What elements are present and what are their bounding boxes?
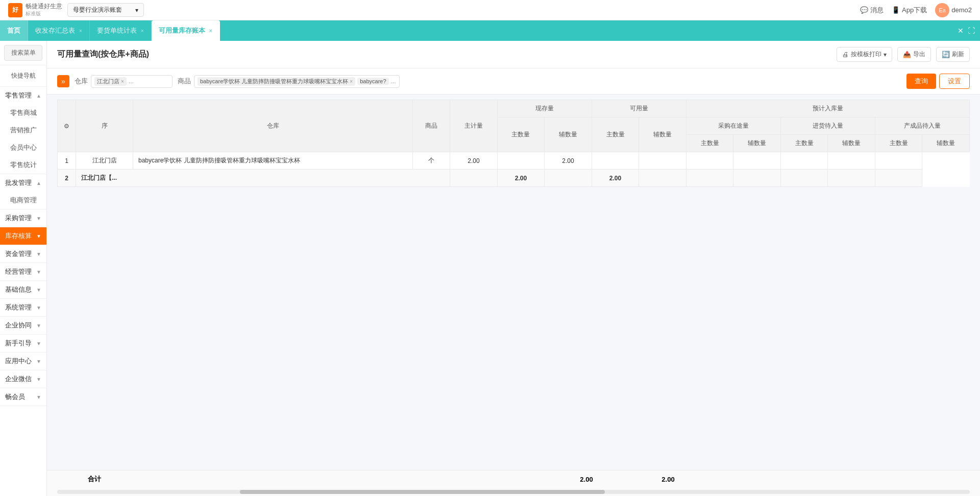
sidebar-section-enterprise-header[interactable]: 企业协同 ▼ (0, 317, 46, 334)
enterprise-label: 企业协同 (5, 321, 32, 330)
settings-btn[interactable]: 设置 (939, 74, 970, 89)
total-avail-main: 2.00 (648, 476, 689, 483)
export-btn[interactable]: 📤 导出 (897, 47, 931, 62)
search-menu-btn[interactable]: 搜索菜单 (4, 45, 42, 61)
tab-income[interactable]: 收发存汇总表 × (28, 20, 90, 41)
main-layout: 搜索菜单 快捷导航 零售管理 ▲ 零售商城 营销推广 会员中心 零售统计 批发管… (0, 41, 980, 496)
sidebar-section-system-header[interactable]: 系统管理 ▼ (0, 299, 46, 316)
col-stock-main-header: 主数量 (497, 117, 545, 152)
purchase-label: 采购管理 (5, 214, 32, 223)
sidebar-item-retail-mall[interactable]: 零售商城 (0, 104, 46, 122)
col-expected-header: 预计入库量 (686, 100, 969, 117)
sidebar-section-retail: 零售管理 ▲ 零售商城 营销推广 会员中心 零售统计 (0, 87, 46, 174)
col-stock-header: 现存量 (497, 100, 592, 117)
operation-label: 经营管理 (5, 267, 32, 276)
warehouse-filter-input[interactable]: 江北门店 × ... (91, 75, 173, 88)
col-purchase-aux-header: 辅数量 (733, 135, 781, 152)
warehouse-tag-1-close[interactable]: × (121, 79, 124, 84)
export-icon: 📤 (903, 51, 911, 58)
product-filter-input[interactable]: babycare学饮杯 儿童防摔防撞吸管杯重力球吸嘴杯宝宝水杯 × babyca… (194, 75, 400, 88)
product-tag-1-close[interactable]: × (350, 79, 353, 84)
sidebar-section-wholesale-header[interactable]: 批发管理 ▲ (0, 174, 46, 192)
sidebar-section-operation-header[interactable]: 经营管理 ▼ (0, 263, 46, 280)
scroll-thumb[interactable] (240, 490, 605, 494)
download-label: App下载 (902, 6, 927, 15)
maximize-icon[interactable]: ⛶ (968, 27, 975, 35)
tab-available-close[interactable]: × (209, 28, 212, 34)
cell-no-1: 1 (58, 152, 76, 170)
tab-home[interactable]: 首页 (0, 20, 28, 41)
cell-product-1: babycare学饮杯 儿童防摔防撞吸管杯重力球吸嘴杯宝宝水杯 (133, 152, 413, 170)
user-avatar: Ea (935, 3, 949, 17)
export-label: 导出 (913, 50, 925, 59)
subtotal-stock-main: 2.00 (497, 170, 545, 187)
sidebar-section-appcenter-header[interactable]: 应用中心 ▼ (0, 352, 46, 370)
query-btn[interactable]: 查询 (906, 74, 936, 89)
basic-label: 基础信息 (5, 285, 32, 294)
download-icon: 📱 (892, 6, 900, 14)
close-window-icon[interactable]: ✕ (958, 27, 964, 35)
col-no-header: 序 (76, 100, 133, 152)
retail-label: 零售管理 (5, 91, 32, 100)
warehouse-tag-1: 江北门店 × (94, 77, 127, 86)
sidebar-item-ecommerce[interactable]: 电商管理 (0, 192, 46, 209)
print-btn[interactable]: 🖨 按模板打印 ▾ (837, 47, 892, 62)
col-incoming-main-header: 主数量 (780, 135, 828, 152)
col-gear[interactable]: ⚙ (58, 100, 76, 152)
purchase-arrow: ▼ (36, 216, 41, 221)
sidebar-item-quick-nav[interactable]: 快捷导航 (0, 67, 46, 84)
top-bar: 好 畅捷通好生意 标准版 母婴行业演示账套 ▾ 💬 消息 📱 App下载 Ea … (0, 0, 980, 20)
sidebar-section-retail-header[interactable]: 零售管理 ▲ (0, 87, 46, 104)
subtotal-no: 2 (58, 170, 76, 187)
product-more[interactable]: ... (391, 78, 396, 85)
cell-prod-aux-1 (875, 152, 922, 170)
warehouse-more[interactable]: ... (129, 78, 134, 85)
scroll-track[interactable] (57, 490, 970, 494)
tab-available[interactable]: 可用量库存账本 × (152, 20, 220, 41)
sidebar-section-purchase: 采购管理 ▼ (0, 209, 46, 227)
tenant-selector[interactable]: 母婴行业演示账套 ▾ (67, 3, 144, 17)
cell-inc-main-1 (733, 152, 781, 170)
download-btn[interactable]: 📱 App下载 (892, 6, 927, 15)
tenant-name: 母婴行业演示账套 (73, 6, 122, 14)
finance-label: 资金管理 (5, 249, 32, 258)
logo-text-area: 畅捷通好生意 标准版 (26, 3, 62, 18)
sidebar-section-purchase-header[interactable]: 采购管理 ▼ (0, 209, 46, 227)
message-btn[interactable]: 💬 消息 (860, 6, 884, 15)
sidebar-section-inventory-header[interactable]: 库存核算 ▼ (0, 227, 46, 245)
tab-income-close[interactable]: × (79, 28, 82, 34)
sidebar-item-member[interactable]: 会员中心 (0, 139, 46, 156)
col-incoming-header: 进货待入量 (780, 117, 875, 135)
system-label: 系统管理 (5, 303, 32, 312)
sidebar: 搜索菜单 快捷导航 零售管理 ▲ 零售商城 营销推广 会员中心 零售统计 批发管… (0, 41, 47, 496)
content-area: 可用量查询(按仓库+商品) 🖨 按模板打印 ▾ 📤 导出 🔄 刷新 » (47, 41, 980, 496)
subtotal-row: 2 江北门店【... 2.00 2.00 (58, 170, 970, 187)
product-filter-label: 商品 (178, 77, 191, 86)
subtotal-unit (450, 170, 498, 187)
sidebar-section-basic-header[interactable]: 基础信息 ▼ (0, 281, 46, 298)
system-arrow: ▼ (36, 305, 41, 311)
wholesale-label: 批发管理 (5, 178, 32, 187)
sidebar-item-retail-stats[interactable]: 零售统计 (0, 156, 46, 174)
sidebar-section-wechat-header[interactable]: 企业微信 ▼ (0, 370, 46, 388)
col-purchase-header: 采购在途量 (686, 117, 780, 135)
tab-purchase[interactable]: 要货单统计表 × (90, 20, 152, 41)
sidebar-section-changyuanmember-header[interactable]: 畅会员 ▼ (0, 388, 46, 406)
sidebar-item-marketing[interactable]: 营销推广 (0, 122, 46, 139)
sidebar-section-inventory: 库存核算 ▼ (0, 227, 46, 245)
filter-expand-btn[interactable]: » (57, 75, 69, 87)
sidebar-section-wechat: 企业微信 ▼ (0, 370, 46, 388)
top-bar-left: 好 畅捷通好生意 标准版 母婴行业演示账套 ▾ (8, 3, 144, 18)
user-area[interactable]: Ea demo2 (935, 3, 972, 17)
tab-purchase-label: 要货单统计表 (97, 26, 137, 35)
sidebar-section-newguide-header[interactable]: 新手引导 ▼ (0, 335, 46, 352)
sidebar-section-wholesale: 批发管理 ▲ 电商管理 (0, 174, 46, 209)
refresh-btn[interactable]: 🔄 刷新 (936, 47, 970, 62)
col-available-header: 可用量 (592, 100, 686, 117)
tab-purchase-close[interactable]: × (141, 28, 144, 34)
subtotal-prod-aux (875, 170, 922, 187)
warehouse-tag-1-text: 江北门店 (97, 78, 119, 85)
sidebar-section-enterprise: 企业协同 ▼ (0, 317, 46, 335)
subtotal-stock-aux (545, 170, 592, 187)
sidebar-section-finance-header[interactable]: 资金管理 ▼ (0, 245, 46, 263)
